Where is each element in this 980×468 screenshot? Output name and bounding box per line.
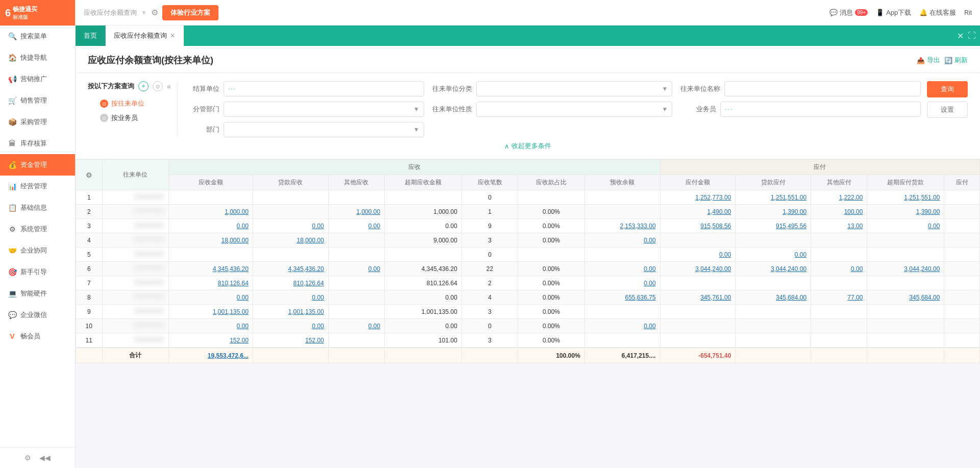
main-content: 应收应付余额查询 ▼ ⚙ 体验行业方案 💬 消息 99+ 📱 App下载 🔔 在… [76,0,980,468]
sidebar-item-label: 企业微信 [20,310,47,319]
th-receivable-ratio: 应收款占比 [518,175,585,190]
table-row: 7810,126.64810,126.64810,126.6420.00%0.0… [76,276,980,290]
sidebar-item-enterprise-coop[interactable]: 🤝 企业协同 [0,240,75,261]
table-wrapper[interactable]: ⚙ 往来单位 应收 应付 应收金额 贷款应收 其他应收 超期应收金额 [76,159,980,363]
home-icon: 🏠 [8,54,16,62]
sidebar-item-label: 销售管理 [20,96,47,105]
table-section: ⚙ 往来单位 应收 应付 应收金额 贷款应收 其他应收 超期应收金额 [76,159,980,363]
sidebar-item-sales[interactable]: 🛒 销售管理 [0,90,75,111]
input-unit-nature[interactable]: ▼ [476,102,673,117]
page-title: 应收应付余额查询(按往来单位) [88,54,213,66]
online-service-label: 在线客服 [929,8,956,17]
sidebar-item-label: 企业协同 [20,246,47,255]
trial-button[interactable]: 体验行业方案 [162,5,218,20]
sidebar-item-purchase[interactable]: 📦 采购管理 [0,111,75,133]
input-settlement-unit[interactable]: ··· [224,81,424,96]
th-receivable-count: 应收笔数 [461,175,518,190]
total-advance-balance: 6,417,215.... [584,348,660,363]
label-salesperson: 业务员 [680,105,716,114]
sidebar-item-marketing[interactable]: 📢 营销推广 [0,68,75,90]
scheme-by-unit-icon: ⊙ [100,100,108,108]
input-unit-category[interactable]: ▼ [476,81,673,96]
label-unit-nature: 往来单位性质 [432,105,472,114]
sidebar-item-quick-nav[interactable]: 🏠 快捷导航 [0,47,75,68]
total-receivable-amount: 19,553,472,6... [169,348,253,363]
sidebar-item-label: 基础信息 [20,203,47,212]
input-salesperson[interactable]: ··· [720,102,921,117]
sidebar-item-search-menu[interactable]: 🔍 搜索菜单 [0,26,75,47]
scheme-by-salesperson-icon: ⊙ [100,114,108,122]
scheme-by-unit[interactable]: ⊙ 按往来单位 [100,97,171,110]
tab-maximize-btn[interactable]: ⛶ [968,31,976,40]
sidebar-item-finance[interactable]: 💰 资金管理 [0,154,75,176]
sidebar-item-inventory[interactable]: 🏛 库存核算 [0,133,75,154]
table-row: 11152.00152.00101.0030.00% [76,333,980,348]
refresh-button[interactable]: 🔄 刷新 [944,56,968,65]
filter-add-button[interactable]: + [138,81,149,91]
sidebar-item-operations[interactable]: 📊 经营管理 [0,176,75,197]
sidebar-item-label: 资金管理 [20,160,47,169]
label-settlement-unit: 结算单位 [184,84,219,93]
scheme-by-salesperson[interactable]: ⊙ 按业务员 [100,112,171,124]
label-unit-category: 往来单位分类 [432,84,472,93]
username: Rit [964,9,972,16]
input-dept[interactable]: ▼ [224,102,424,117]
sidebar-collapse-btn[interactable]: ◀◀ [39,454,51,462]
table-settings-gear-icon[interactable]: ⚙ [86,171,92,179]
sidebar-logo: 6 畅捷通买 标准版 [0,0,75,26]
tab-close-all-btn[interactable]: ✕ [957,31,964,41]
tab-home[interactable]: 首页 [76,26,106,46]
sidebar-item-label: 快捷导航 [20,53,47,62]
settings-button[interactable]: 设置 [927,102,968,118]
table-row: 418,000.0018,000.009,000.0030.00%0.00 [76,233,980,248]
filter-row-unit-name: 往来单位名称 [680,81,921,96]
filter-row-department: 部门 ▼ [184,122,424,137]
th-settings[interactable]: ⚙ [76,160,103,190]
tab-ar-ap-query[interactable]: 应收应付余额查询 ✕ [106,26,184,46]
breadcrumb-arrow: ▼ [141,9,147,16]
app-download-action[interactable]: 📱 App下载 [876,8,911,17]
total-overdue-receivable [384,348,461,363]
sales-icon: 🛒 [8,96,16,105]
th-other-receivable: 其他应收 [328,175,384,190]
page-header: 应收应付余额查询(按往来单位) 📤 导出 🔄 刷新 [76,46,980,73]
sidebar-item-guide[interactable]: 🎯 新手引导 [0,261,75,283]
sidebar-item-smart-hw[interactable]: 💻 智能硬件 [0,283,75,304]
coop-icon: 🤝 [8,247,16,255]
sidebar-item-system[interactable]: ⚙ 系统管理 [0,218,75,240]
filter-collapse-btn[interactable]: « [167,82,171,90]
query-button[interactable]: 查询 [927,81,968,97]
th-ap-suffix: 应付 [944,175,980,190]
label-department: 部门 [184,125,219,134]
tab-actions: ✕ ⛶ [957,31,980,41]
page-content: 应收应付余额查询(按往来单位) 📤 导出 🔄 刷新 [76,46,980,468]
input-unit-name[interactable] [724,81,921,96]
sidebar-item-enterprise-wechat[interactable]: 💬 企业微信 [0,304,75,326]
header-gear-btn[interactable]: ⚙ [151,8,158,17]
collapse-more-button[interactable]: ∧ 收起更多条件 [504,141,551,151]
filter-setting-button[interactable]: ⊙ [153,81,163,91]
user-info[interactable]: Rit [964,9,972,16]
collapse-more: ∧ 收起更多条件 [88,137,968,151]
filter-row-unit-nature: 往来单位性质 ▼ [432,102,673,117]
sidebar-settings-btn[interactable]: ⚙ [24,454,31,462]
search-icon: 🔍 [8,32,16,40]
sidebar-item-label: 智能硬件 [20,289,47,298]
th-payable: 应付 [660,160,979,175]
online-service-action[interactable]: 🔔 在线客服 [919,8,956,17]
collapse-arrow-icon: ∧ [504,142,509,150]
tab-close-btn[interactable]: ✕ [170,32,175,39]
sidebar-item-basic-info[interactable]: 📋 基础信息 [0,197,75,218]
sidebar-item-label: 营销推广 [20,75,47,84]
service-icon: 🔔 [919,9,927,16]
sidebar-item-label: 库存核算 [20,139,47,148]
export-button[interactable]: 📤 导出 [917,56,940,65]
logo-name: 畅捷通买 [13,5,37,14]
marketing-icon: 📢 [8,75,16,83]
input-department[interactable]: ▼ [224,122,424,137]
filter-title: 按以下方案查询 [88,82,134,91]
messages-action[interactable]: 💬 消息 99+ [829,8,868,17]
total-receivable-count [461,348,518,363]
finance-icon: 💰 [8,161,16,169]
sidebar-item-vip[interactable]: V 畅会员 [0,326,75,347]
